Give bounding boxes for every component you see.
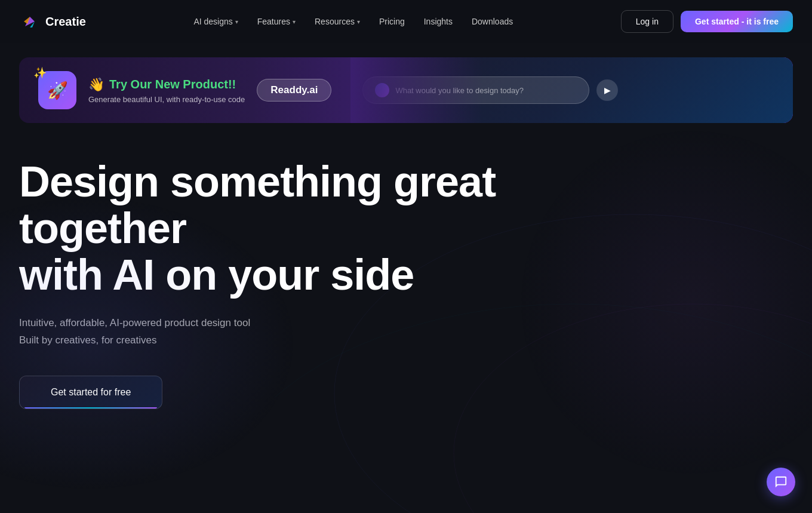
chat-icon <box>774 475 788 489</box>
chevron-down-icon: ▾ <box>235 19 238 25</box>
sparkle-icon: ✨ <box>33 66 47 79</box>
nav-links: AI designs ▾ Features ▾ Resources ▾ Pric… <box>185 12 521 31</box>
navbar: Creatie AI designs ▾ Features ▾ Resource… <box>0 0 812 43</box>
logo[interactable]: Creatie <box>19 11 86 32</box>
nav-item-pricing[interactable]: Pricing <box>371 12 413 31</box>
banner-text: 👋 Try Our New Product!! Generate beautif… <box>88 77 245 104</box>
nav-item-insights[interactable]: Insights <box>416 12 461 31</box>
hero-cta: Get started for free <box>19 376 793 409</box>
nav-item-downloads[interactable]: Downloads <box>463 12 521 31</box>
nav-item-features[interactable]: Features ▾ <box>249 12 304 31</box>
nav-actions: Log in Get started - it is free <box>621 10 793 33</box>
readdy-pill[interactable]: Readdy.ai <box>257 79 331 102</box>
banner-title: 👋 Try Our New Product!! <box>88 77 245 93</box>
login-button[interactable]: Log in <box>621 10 673 33</box>
hero-title: Design something great together with AI … <box>19 159 556 298</box>
get-started-button[interactable]: Get started - it is free <box>681 11 793 32</box>
logo-icon <box>19 11 41 32</box>
banner-overlay <box>350 57 793 123</box>
promo-banner[interactable]: ✨ 🚀 👋 Try Our New Product!! Generate bea… <box>19 57 793 123</box>
chevron-down-icon: ▾ <box>357 19 360 25</box>
chevron-down-icon: ▾ <box>293 19 296 25</box>
banner-right: What would you like to design today? ▶ <box>350 57 793 123</box>
banner-subtitle: Generate beautiful UI, with ready-to-use… <box>88 95 245 104</box>
nav-item-resources[interactable]: Resources ▾ <box>306 12 368 31</box>
hero-section: Design something great together with AI … <box>0 123 812 433</box>
nav-item-ai-designs[interactable]: AI designs ▾ <box>185 12 246 31</box>
hero-cta-button[interactable]: Get started for free <box>19 376 162 409</box>
logo-text: Creatie <box>45 15 86 29</box>
banner-icon-wrap: ✨ 🚀 <box>38 71 76 109</box>
banner-left: ✨ 🚀 👋 Try Our New Product!! Generate bea… <box>19 71 350 109</box>
hero-subtitle: Intuitive, affordable, AI-powered produc… <box>19 315 793 349</box>
chat-widget-button[interactable] <box>767 468 795 496</box>
